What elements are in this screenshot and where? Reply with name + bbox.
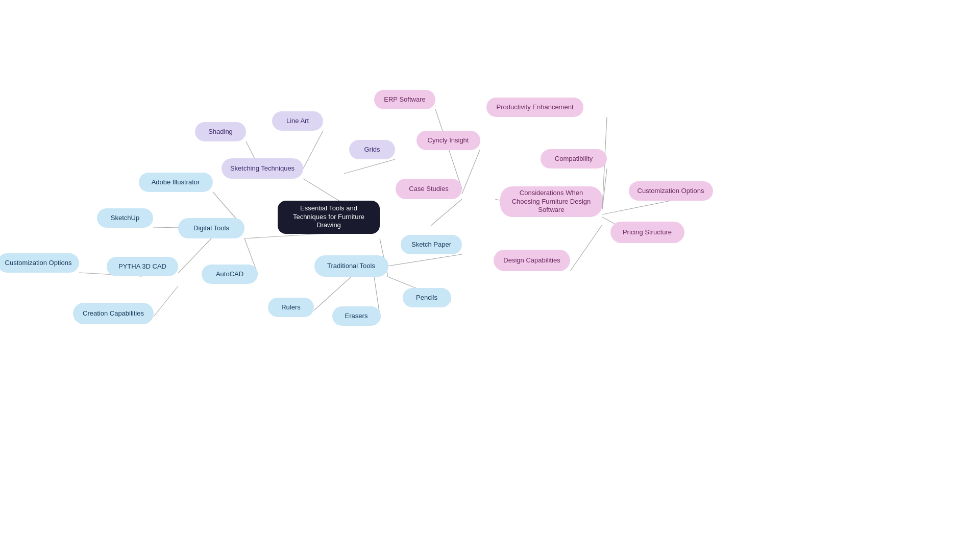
node-design_capabilities[interactable]: Design Capabilities (494, 250, 570, 271)
node-traditional_tools[interactable]: Traditional Tools (314, 255, 388, 277)
node-label-productivity_enhancement: Productivity Enhancement (494, 102, 575, 113)
node-label-pricing_structure: Pricing Structure (621, 227, 674, 238)
node-central[interactable]: Essential Tools and Techniques for Furni… (278, 201, 380, 234)
svg-line-4 (303, 131, 323, 169)
node-label-adobe_illustrator: Adobe Illustrator (150, 177, 202, 188)
node-sketchup[interactable]: SketchUp (97, 208, 153, 228)
node-pricing_structure[interactable]: Pricing Structure (610, 222, 684, 243)
node-rulers[interactable]: Rulers (268, 298, 314, 317)
node-label-line_art: Line Art (284, 116, 311, 127)
node-sketching_techniques[interactable]: Sketching Techniques (222, 158, 303, 179)
node-label-pencils: Pencils (414, 293, 439, 303)
node-compatibility[interactable]: Compatibility (541, 149, 607, 169)
node-label-digital_tools: Digital Tools (191, 223, 231, 234)
svg-line-3 (431, 199, 462, 226)
svg-line-13 (388, 254, 462, 266)
mind-map-connections (0, 0, 980, 553)
node-sketch_paper[interactable]: Sketch Paper (401, 235, 462, 254)
node-productivity_enhancement[interactable]: Productivity Enhancement (486, 98, 583, 117)
node-considerations[interactable]: Considerations When Choosing Furniture D… (500, 186, 602, 217)
svg-line-15 (314, 277, 351, 310)
node-label-rulers: Rulers (279, 302, 303, 313)
node-label-grids: Grids (362, 145, 382, 155)
svg-line-24 (570, 225, 602, 271)
svg-line-23 (602, 201, 671, 214)
node-label-shading: Shading (206, 127, 235, 137)
node-label-pytha_3d_cad: PYTHA 3D CAD (116, 261, 168, 272)
svg-line-18 (462, 150, 480, 194)
node-pytha_3d_cad[interactable]: PYTHA 3D CAD (107, 257, 178, 276)
node-customization_options_right[interactable]: Customization Options (629, 181, 713, 201)
node-label-erp_software: ERP Software (382, 94, 427, 105)
node-case_studies[interactable]: Case Studies (396, 179, 462, 199)
node-digital_tools[interactable]: Digital Tools (178, 218, 244, 238)
node-label-creation_capabilities: Creation Capabilities (81, 308, 146, 319)
node-label-customization_options_right: Customization Options (635, 186, 706, 197)
node-erp_software[interactable]: ERP Software (374, 90, 435, 109)
node-label-traditional_tools: Traditional Tools (325, 261, 377, 272)
svg-line-6 (344, 159, 395, 174)
node-adobe_illustrator[interactable]: Adobe Illustrator (139, 173, 213, 192)
node-label-sketch_paper: Sketch Paper (409, 239, 453, 250)
node-grids[interactable]: Grids (349, 140, 395, 159)
node-pencils[interactable]: Pencils (403, 288, 451, 307)
node-label-compatibility: Compatibility (553, 154, 595, 164)
node-customization_options_left[interactable]: Customization Options (0, 253, 79, 273)
node-shading[interactable]: Shading (195, 122, 246, 141)
node-creation_capabilities[interactable]: Creation Capabilities (73, 303, 154, 324)
node-label-considerations: Considerations When Choosing Furniture D… (504, 188, 598, 216)
node-line_art[interactable]: Line Art (272, 111, 323, 131)
node-cyncly_insight[interactable]: Cyncly Insight (416, 131, 480, 150)
node-erasers[interactable]: Erasers (332, 306, 381, 326)
node-label-design_capabilities: Design Capabilities (501, 255, 562, 266)
svg-line-12 (154, 286, 178, 317)
svg-line-1 (244, 233, 329, 238)
node-label-cyncly_insight: Cyncly Insight (426, 135, 471, 146)
node-autocad[interactable]: AutoCAD (202, 265, 258, 284)
node-label-sketchup: SketchUp (109, 213, 141, 224)
node-label-customization_options_left: Customization Options (3, 258, 74, 269)
node-label-case_studies: Case Studies (407, 184, 450, 195)
svg-line-21 (602, 169, 607, 209)
node-label-erasers: Erasers (343, 311, 370, 322)
node-label-sketching_techniques: Sketching Techniques (228, 163, 297, 174)
node-label-central: Essential Tools and Techniques for Furni… (283, 203, 375, 231)
node-label-autocad: AutoCAD (214, 269, 246, 280)
